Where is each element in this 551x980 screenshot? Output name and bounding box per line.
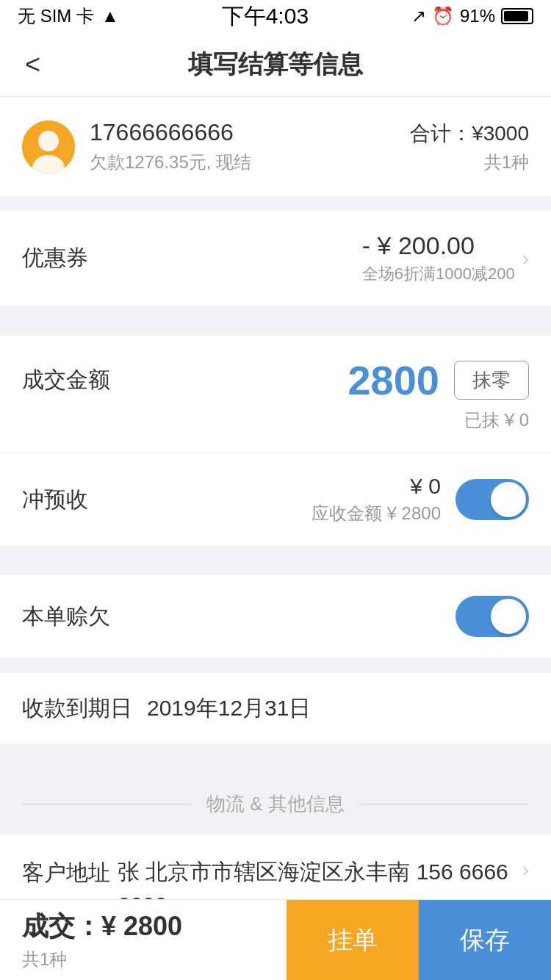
battery-percent: 91%: [460, 6, 495, 26]
customer-phone: 17666666666: [90, 119, 251, 146]
bottom-deal-label: 成交：: [22, 911, 101, 941]
customer-right: 合计：¥3000 共1种: [410, 120, 529, 174]
coupon-chevron-icon: ›: [522, 247, 529, 270]
carrier-text: 无 SIM 卡: [18, 4, 94, 28]
round-zero-button[interactable]: 抹零: [454, 361, 529, 400]
duedate-section: 收款到期日 2019年12月31日: [0, 672, 551, 744]
coupon-amount-block: - ¥ 200.00 全场6折满1000减200: [362, 231, 515, 285]
credit-label: 本单赊欠: [22, 602, 110, 632]
section-divider-3: [0, 759, 551, 774]
address-chevron-icon: ›: [515, 855, 529, 882]
hang-button[interactable]: 挂单: [287, 900, 419, 981]
customer-info-card: 17666666666 欠款1276.35元, 现结 合计：¥3000 共1种: [0, 97, 551, 196]
avatar: [22, 120, 75, 173]
back-button[interactable]: <: [18, 42, 48, 87]
coupon-label: 优惠券: [22, 243, 88, 273]
battery-bar: [501, 8, 533, 24]
prepay-label: 冲预收: [22, 485, 88, 515]
deal-right: 2800 抹零: [347, 356, 529, 404]
deal-label: 成交金额: [22, 365, 110, 395]
coupon-row[interactable]: 优惠券 - ¥ 200.00 全场6折满1000减200 ›: [0, 211, 551, 306]
total-amount: ¥3000: [472, 122, 529, 145]
bottom-deal-row: 成交：¥ 2800: [22, 909, 264, 945]
status-left: 无 SIM 卡 ▲: [18, 4, 119, 28]
section-divider-1: [0, 321, 551, 336]
credit-section: 本单赊欠: [0, 575, 551, 657]
coupon-right: - ¥ 200.00 全场6折满1000减200 ›: [362, 231, 529, 285]
logistics-label: 物流 & 其他信息: [206, 791, 345, 817]
total-count: 共1种: [410, 151, 529, 174]
battery-block: [501, 8, 533, 24]
status-right: ↗ ⏰ 91%: [411, 6, 533, 26]
nav-bar: < 填写结算等信息: [0, 32, 551, 97]
bottom-summary: 成交：¥ 2800 共1种: [0, 909, 287, 971]
customer-left: 17666666666 欠款1276.35元, 现结: [22, 119, 251, 174]
logistics-line-left: [22, 804, 192, 804]
wifi-icon: ▲: [101, 6, 119, 26]
prepay-amount-block: ¥ 0 应收金额 ¥ 2800: [311, 474, 441, 525]
deal-section: 成交金额 2800 抹零 已抹 ¥ 0: [0, 336, 551, 453]
address-label: 客户地址: [22, 855, 118, 888]
toggle-knob: [491, 482, 526, 517]
status-time: 下午4:03: [222, 1, 309, 32]
prepay-section: 冲预收 ¥ 0 应收金额 ¥ 2800: [0, 453, 551, 546]
section-divider-2: [0, 561, 551, 575]
avatar-svg: [22, 120, 75, 173]
total-label: 合计：: [410, 122, 472, 145]
status-bar: 无 SIM 卡 ▲ 下午4:03 ↗ ⏰ 91%: [0, 0, 551, 32]
bottom-count: 共1种: [22, 948, 264, 971]
save-button[interactable]: 保存: [419, 900, 551, 981]
svg-point-1: [38, 131, 59, 151]
location-icon: ↗: [411, 6, 426, 26]
bottom-deal-amount: ¥ 2800: [101, 911, 182, 941]
logistics-divider: 物流 & 其他信息: [0, 774, 551, 835]
customer-detail: 17666666666 欠款1276.35元, 现结: [90, 119, 251, 174]
prepay-sub-text: 应收金额 ¥ 2800: [311, 502, 441, 525]
duedate-label: 收款到期日: [22, 693, 132, 724]
prepay-amount: ¥ 0: [311, 474, 441, 499]
coupon-amount: - ¥ 200.00: [362, 231, 515, 260]
prepay-toggle[interactable]: [455, 479, 529, 520]
logistics-line-right: [359, 804, 529, 804]
page-title: 填写结算等信息: [188, 48, 363, 82]
deal-amount: 2800: [347, 356, 439, 404]
total-label-amount: 合计：¥3000: [410, 120, 529, 148]
bottom-bar: 成交：¥ 2800 共1种 挂单 保存: [0, 899, 551, 980]
alarm-icon: ⏰: [432, 6, 454, 26]
deal-sub-text: 已抹 ¥ 0: [22, 408, 529, 432]
prepay-right: ¥ 0 应收金额 ¥ 2800: [311, 474, 529, 525]
customer-sub-text: 欠款1276.35元, 现结: [90, 151, 251, 174]
credit-toggle[interactable]: [455, 596, 529, 637]
battery-fill: [504, 11, 528, 21]
coupon-desc: 全场6折满1000减200: [362, 263, 515, 285]
content-area: 17666666666 欠款1276.35元, 现结 合计：¥3000 共1种 …: [0, 97, 551, 980]
deal-row: 成交金额 2800 抹零: [22, 356, 529, 404]
duedate-value: 2019年12月31日: [147, 693, 311, 724]
credit-toggle-knob: [491, 599, 526, 634]
